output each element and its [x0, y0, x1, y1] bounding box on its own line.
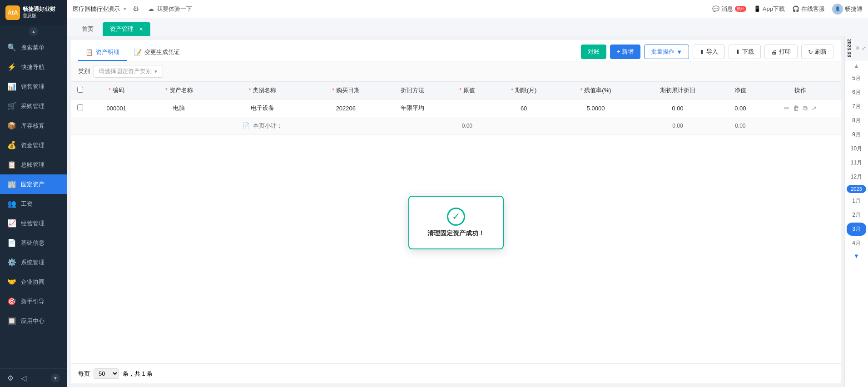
- sidebar-item-guide[interactable]: 🎯 新手引导: [0, 292, 67, 311]
- tabs-bar: 首页 资产管理 ✕: [67, 18, 868, 36]
- col-depreciation-method: 折旧方法: [381, 82, 444, 99]
- sidebar-item-label-inventory: 库存核算: [21, 122, 45, 130]
- col-category: * 类别名称: [214, 82, 311, 99]
- category-select-value: 请选择固定资产类别: [99, 67, 152, 75]
- sidebar-item-label-quick-nav: 快捷导航: [21, 63, 45, 71]
- right-panel-expand-btn[interactable]: ⤢: [862, 45, 866, 51]
- col-purchase-date: * 购买日期: [311, 82, 382, 99]
- col-initial-depreciation: 期初累计折旧: [635, 82, 721, 99]
- row-actions: ✏ 🗑 ⧉ ↗: [759, 99, 841, 117]
- cal-month-11[interactable]: 11月: [847, 156, 866, 169]
- cal-month-6[interactable]: 6月: [847, 86, 866, 99]
- cal-month-4[interactable]: 4月: [847, 237, 866, 250]
- edit-icon[interactable]: ✏: [784, 104, 789, 112]
- sidebar-item-sales[interactable]: 📊 销售管理: [0, 77, 67, 96]
- tab-close-icon[interactable]: ✕: [139, 26, 143, 32]
- cal-month-5[interactable]: 5月: [847, 72, 866, 85]
- refresh-icon: ↻: [808, 49, 813, 55]
- sidebar-collapse-icon[interactable]: ◁: [21, 374, 26, 382]
- cal-month-12[interactable]: 12月: [847, 170, 866, 184]
- main-area: 医疗器械行业演示 ▼ ⚙ ☁ 我要体验一下 💬 消息 99+ 📱 App下载 🎧…: [67, 0, 868, 387]
- cal-month-10[interactable]: 10月: [847, 142, 866, 155]
- per-page-select[interactable]: 50 100 200: [94, 368, 119, 379]
- topbar-settings-icon[interactable]: ⚙: [133, 5, 139, 13]
- sidebar-item-finance[interactable]: 💰 资金管理: [0, 135, 67, 155]
- content-main: 📋 资产明细 📝 变更生成凭证 对账 + 新增 批量操作: [71, 40, 841, 383]
- more-icon[interactable]: ↗: [811, 104, 817, 112]
- table-row: 000001 电脑 电子设备 202206 年限平均 60 5.0000 0.0…: [71, 99, 841, 117]
- sidebar-item-system[interactable]: ⚙️ 系统管理: [0, 253, 67, 272]
- sidebar-item-fixed-assets[interactable]: 🏢 固定资产: [0, 174, 67, 194]
- experience-btn[interactable]: ☁ 我要体验一下: [148, 5, 192, 13]
- sub-tab-asset-detail[interactable]: 📋 资产明细: [78, 45, 127, 61]
- cal-month-8[interactable]: 8月: [847, 114, 866, 127]
- sidebar-item-basic-info[interactable]: 📄 基础信息: [0, 233, 67, 253]
- batch-ops-btn[interactable]: 批量操作 ▼: [644, 45, 689, 59]
- logo-title: 畅捷通好业财: [23, 6, 55, 13]
- sidebar-item-purchase[interactable]: 🛒 采购管理: [0, 96, 67, 116]
- guide-icon: 🎯: [7, 297, 16, 306]
- sub-tab-change-voucher-label: 变更生成凭证: [144, 48, 180, 56]
- right-panel-title: 2023.03: [847, 39, 852, 57]
- cal-month-7[interactable]: 7月: [847, 100, 866, 113]
- import-label: 导入: [706, 48, 718, 56]
- delete-icon[interactable]: 🗑: [793, 104, 799, 112]
- col-residual-rate: * 残值率(%): [557, 82, 634, 99]
- sidebar-item-label-guide: 新手引导: [21, 298, 45, 306]
- right-panel: 2023.03 ✕ ⤢ ▲ 5月 6月 7月 8月 9月 10月 11月 12月…: [844, 36, 868, 387]
- sidebar-item-quick-nav[interactable]: ⚡ 快捷导航: [0, 57, 67, 77]
- sidebar-scroll-down[interactable]: ▼: [51, 373, 60, 382]
- search-icon: 🔍: [7, 43, 16, 52]
- cal-month-9[interactable]: 9月: [847, 128, 866, 141]
- row-checkbox[interactable]: [77, 104, 83, 110]
- col-period: * 期限(月): [491, 82, 557, 99]
- sidebar-item-management[interactable]: 📈 经营管理: [0, 213, 67, 233]
- customer-service-label: 在线客服: [801, 5, 825, 13]
- import-btn[interactable]: ⬆ 导入: [693, 45, 725, 59]
- sidebar-settings-icon[interactable]: ⚙: [7, 374, 14, 382]
- tab-asset-mgmt-label: 资产管理: [110, 25, 134, 32]
- system-icon: ⚙️: [7, 258, 16, 267]
- refresh-btn[interactable]: ↻ 刷新: [801, 45, 833, 59]
- sidebar-item-payroll[interactable]: 👥 工资: [0, 194, 67, 213]
- right-panel-close-btn[interactable]: ✕: [855, 45, 860, 51]
- cal-month-3-current[interactable]: 3月: [847, 223, 866, 236]
- user-profile-btn[interactable]: 👤 畅捷通: [832, 4, 863, 15]
- row-depreciation-method: 年限平均: [381, 99, 444, 117]
- company-selector[interactable]: 医疗器械行业演示 ▼: [73, 5, 127, 13]
- customer-service-btn[interactable]: 🎧 在线客服: [792, 5, 825, 13]
- copy-icon[interactable]: ⧉: [803, 104, 808, 112]
- tab-asset-mgmt[interactable]: 资产管理 ✕: [103, 22, 150, 36]
- sidebar-item-label-management: 经营管理: [21, 219, 45, 228]
- cal-month-2[interactable]: 2月: [847, 208, 866, 222]
- download-btn[interactable]: ⬇ 下载: [729, 45, 761, 59]
- asset-table: * 编码 * 资产名称 * 类别名称 * 购买日期 折旧方法 * 原值 * 期限…: [71, 82, 841, 135]
- sidebar-item-ledger[interactable]: 📋 总账管理: [0, 155, 67, 174]
- select-all-checkbox[interactable]: [77, 87, 83, 93]
- tab-home-label: 首页: [82, 25, 94, 32]
- sidebar-item-label-purchase: 采购管理: [21, 102, 45, 110]
- calendar-up-btn[interactable]: ▲: [845, 60, 868, 71]
- tab-home[interactable]: 首页: [74, 22, 101, 36]
- subtotal-row: 📄 本页小计： 0.00 0.00 0.00: [71, 117, 841, 135]
- category-select[interactable]: 请选择固定资产类别 ▼: [94, 65, 163, 78]
- message-btn[interactable]: 💬 消息 99+: [712, 5, 746, 13]
- filter-row: 类别 请选择固定资产类别 ▼: [71, 61, 841, 82]
- sidebar-scroll-up[interactable]: ▲: [29, 27, 38, 36]
- row-purchase-date: 202206: [311, 99, 382, 117]
- sidebar-item-app-center[interactable]: 🔲 应用中心: [0, 311, 67, 331]
- print-btn[interactable]: 🖨 打印: [764, 45, 798, 59]
- sidebar-item-cooperation[interactable]: 🤝 企业协同: [0, 272, 67, 292]
- app-download-icon: 📱: [754, 5, 761, 12]
- sidebar-item-inventory[interactable]: 📦 库存核算: [0, 116, 67, 135]
- cal-month-1[interactable]: 1月: [847, 194, 866, 208]
- new-btn[interactable]: + 新增: [610, 45, 640, 59]
- message-label: 消息: [721, 5, 733, 13]
- sub-tab-change-voucher[interactable]: 📝 变更生成凭证: [127, 45, 187, 61]
- sidebar-logo: AtA 畅捷通好业财 普及版: [0, 0, 67, 25]
- toast-message: 清理固定资产成功！: [427, 229, 485, 238]
- calendar-down-btn[interactable]: ▼: [845, 250, 868, 261]
- reconcile-btn[interactable]: 对账: [581, 45, 606, 59]
- sidebar-item-search[interactable]: 🔍 搜索菜单: [0, 38, 67, 57]
- app-download-btn[interactable]: 📱 App下载: [754, 5, 785, 13]
